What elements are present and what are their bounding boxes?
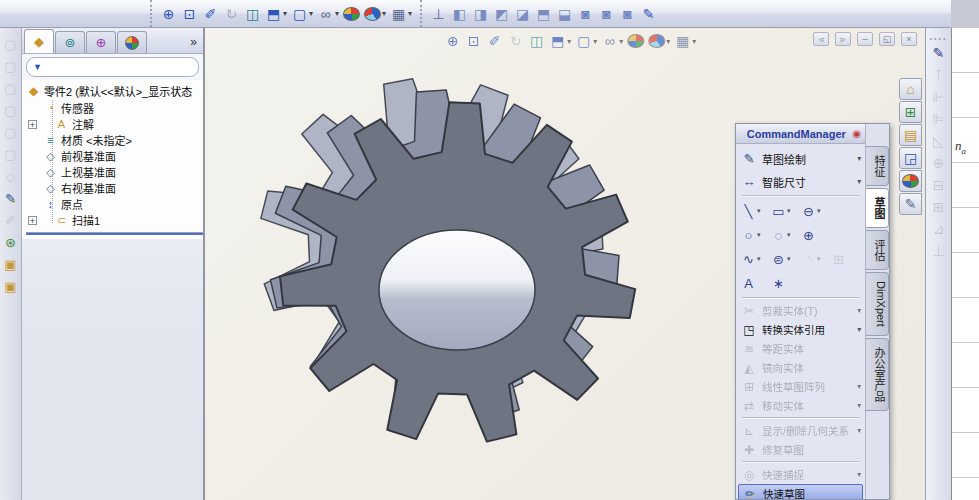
filter-input[interactable] xyxy=(46,61,192,73)
featuremanager-tab[interactable]: ◆ xyxy=(24,29,54,53)
tab-dimxpert[interactable]: DimXpert xyxy=(866,272,889,336)
dropdown-arrow-icon[interactable]: ▾ xyxy=(757,207,761,215)
edit-appearance-icon[interactable] xyxy=(341,3,362,25)
tree-item-material[interactable]: ≡ 材质 <未指定> xyxy=(26,132,203,148)
front-view-icon[interactable]: ▢ xyxy=(1,34,21,56)
line-tool[interactable]: ╲ ▾ xyxy=(740,204,770,219)
dropdown-arrow-icon[interactable]: ▾ xyxy=(857,306,861,315)
dropdown-arrow-icon[interactable]: ▾ xyxy=(787,231,791,239)
gear-bore-hole[interactable] xyxy=(379,230,535,350)
displaymanager-tab[interactable] xyxy=(117,31,147,53)
left-view-icon[interactable]: ▢ xyxy=(1,78,21,100)
sketch-picture-tool[interactable]: ⊞ xyxy=(830,252,860,267)
geometric-tolerance-icon[interactable]: ⊕ xyxy=(928,152,950,174)
dropdown-arrow-icon[interactable]: ▾ xyxy=(817,207,821,215)
zoom-fit-icon[interactable]: ⊕ xyxy=(158,3,179,25)
configurationmanager-tab[interactable]: ⊕ xyxy=(86,31,116,53)
tree-item-annotations[interactable]: + A 注解 xyxy=(26,116,203,132)
offset-entities-item[interactable]: ≋ 等距实体 xyxy=(738,339,863,358)
view-orientation-icon[interactable]: ⬒ ▾ xyxy=(263,3,289,25)
hide-show-items-icon[interactable]: ∞ ▾ xyxy=(599,30,625,52)
apply-scene-icon[interactable]: ▾ xyxy=(646,30,672,52)
tab-sketch[interactable]: 草图 xyxy=(866,188,889,228)
dropdown-arrow-icon[interactable]: ▾ xyxy=(817,255,821,263)
isometric-view-icon[interactable]: ◇ xyxy=(1,166,21,188)
angle-dimension-icon[interactable]: ⊿ xyxy=(928,218,950,240)
view-settings-icon[interactable]: ▦ ▾ xyxy=(672,30,698,52)
dropdown-arrow-icon[interactable]: ▾ xyxy=(857,426,861,435)
datum-icon[interactable]: ⊟ xyxy=(928,174,950,196)
dropdown-arrow-icon[interactable]: ▾ xyxy=(857,325,861,334)
display-style-icon[interactable]: ▢ ▾ xyxy=(289,3,315,25)
close-window-button[interactable]: × xyxy=(901,32,917,46)
rotate-view-icon[interactable]: ↻ xyxy=(505,30,526,52)
hide-show-items-icon[interactable]: ∞ ▾ xyxy=(315,3,341,25)
apply-scene-icon[interactable]: ▾ xyxy=(362,3,388,25)
bottom-view-icon[interactable]: ▢ xyxy=(1,144,21,166)
tab-overflow-chevron-icon[interactable]: » xyxy=(190,35,201,53)
tree-item-top-plane[interactable]: ◇ 上视基准面 xyxy=(26,164,203,180)
rapid-sketch-item[interactable]: ✏ 快速草图 xyxy=(738,484,863,499)
minimize-window-button[interactable]: – xyxy=(857,32,873,46)
zoom-area-icon[interactable]: ⊡ xyxy=(463,30,484,52)
appearances-tab[interactable] xyxy=(899,170,922,192)
trim-entities-item[interactable]: ✂ 剪裁实体(T) ▾ xyxy=(738,301,863,320)
linear-sketch-pattern-item[interactable]: ⊞ 线性草图阵列 ▾ xyxy=(738,377,863,396)
dropdown-arrow-icon[interactable]: ▾ xyxy=(757,255,761,263)
file-explorer-tab[interactable]: ▤ xyxy=(899,124,922,146)
top-view-icon[interactable]: ▢ xyxy=(1,122,21,144)
view-palette-tab[interactable]: ◲ xyxy=(899,147,922,169)
display-style-icon[interactable]: ▢ ▾ xyxy=(573,30,599,52)
dropdown-arrow-icon[interactable]: ▾ xyxy=(283,9,287,18)
expand-toggle[interactable]: + xyxy=(28,120,37,129)
dropdown-arrow-icon[interactable]: ▾ xyxy=(857,470,861,479)
zoom-fit-icon[interactable]: ⊕ xyxy=(442,30,463,52)
dropdown-arrow-icon[interactable]: ▾ xyxy=(408,9,412,18)
mirror-entities-item[interactable]: ◭ 镜向实体 xyxy=(738,358,863,377)
polygon-tool[interactable]: ⊕ xyxy=(800,228,830,243)
command-manager-titlebar[interactable]: CommandManager ◉ xyxy=(736,124,865,144)
point-tool[interactable]: ∗ xyxy=(770,276,800,291)
dropdown-arrow-icon[interactable]: ▾ xyxy=(593,37,597,46)
smart-dimension-button[interactable]: ↔ 智能尺寸 ▾ xyxy=(738,170,863,193)
edit-appearance-icon[interactable] xyxy=(625,30,646,52)
dropdown-arrow-icon[interactable]: ▾ xyxy=(857,401,861,410)
bottom-view-icon[interactable]: ⬓ xyxy=(554,3,575,25)
top-view-icon[interactable]: ⬒ xyxy=(533,3,554,25)
dropdown-arrow-icon[interactable]: ▾ xyxy=(335,9,339,18)
dropdown-arrow-icon[interactable]: ▾ xyxy=(757,231,761,239)
3d-sketch-icon[interactable]: ✐ xyxy=(1,210,21,232)
tree-root-item[interactable]: ◆ 零件2 (默认<<默认>_显示状态 xyxy=(26,82,203,100)
sketch-button[interactable]: ✎ 草图绘制 ▾ xyxy=(738,147,863,170)
display-delete-relations-item[interactable]: ⊾ 显示/删除几何关系 ▾ xyxy=(738,421,863,440)
sketch-fillet-tool[interactable]: ◝ ▾ xyxy=(800,252,830,267)
edit-component-icon[interactable]: ▣ xyxy=(1,276,21,298)
view-settings-icon[interactable]: ▦ ▾ xyxy=(388,3,414,25)
window-back-button[interactable]: ◃ xyxy=(813,32,829,46)
location-dimension-icon[interactable]: ⊥ xyxy=(928,240,950,262)
isometric-view-icon[interactable]: ◙ xyxy=(575,3,596,25)
restore-window-button[interactable]: ◱ xyxy=(879,32,895,46)
view-orientation-icon[interactable]: ⬒ ▾ xyxy=(547,30,573,52)
exploded-view-icon[interactable]: ⊛ xyxy=(1,232,21,254)
dimxpert-sketch-icon[interactable]: ✎ xyxy=(928,42,950,64)
dropdown-arrow-icon[interactable]: ▾ xyxy=(857,382,861,391)
dropdown-arrow-icon[interactable]: ▾ xyxy=(857,154,861,163)
rotate-view-icon[interactable]: ↻ xyxy=(221,3,242,25)
right-view-icon[interactable]: ◪ xyxy=(512,3,533,25)
ordinate-dimension-icon[interactable]: ⊫ xyxy=(928,108,950,130)
circle-tool[interactable]: ○ ▾ xyxy=(740,228,770,243)
section-view-icon[interactable]: ◫ xyxy=(242,3,263,25)
convert-entities-item[interactable]: ◳ 转换实体引用 ▾ xyxy=(738,320,863,339)
tab-office-products[interactable]: 办公室产品 xyxy=(866,338,889,411)
dropdown-arrow-icon[interactable]: ▾ xyxy=(787,255,791,263)
pin-icon[interactable]: ◉ xyxy=(853,128,862,139)
tab-evaluate[interactable]: 评估 xyxy=(866,230,889,270)
dropdown-arrow-icon[interactable]: ▾ xyxy=(692,37,696,46)
custom-properties-tab[interactable]: ✎ xyxy=(899,193,922,215)
dropdown-arrow-icon[interactable]: ▾ xyxy=(619,37,623,46)
dropdown-arrow-icon[interactable]: ▾ xyxy=(666,37,670,46)
dimetric-view-icon[interactable]: ◙ xyxy=(617,3,638,25)
text-tool[interactable]: A xyxy=(740,276,770,291)
auto-dimension-icon[interactable]: ⊺ xyxy=(928,64,950,86)
